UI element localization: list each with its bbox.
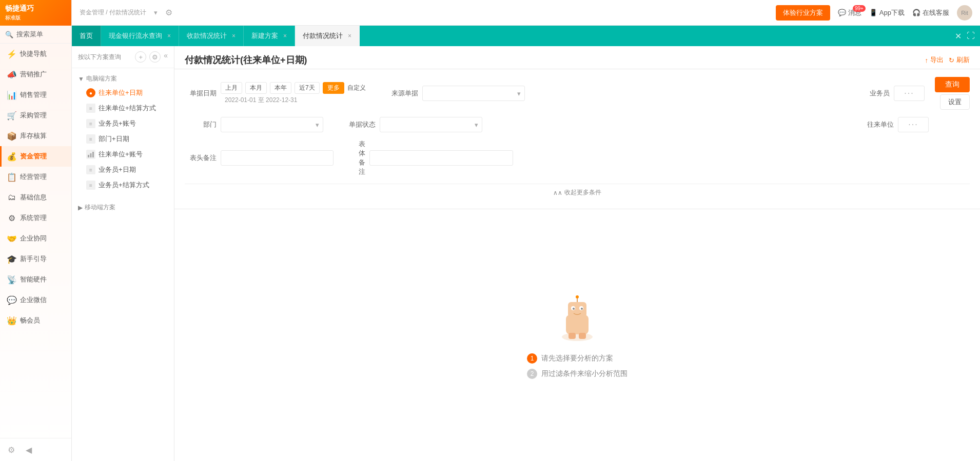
scheme-item-salesman-account[interactable]: ≡ 业务员+账号 xyxy=(72,116,174,131)
scheme-item-contact-account[interactable]: 往来单位+账号 xyxy=(72,147,174,162)
svg-rect-5 xyxy=(568,302,586,317)
search-menu[interactable]: 🔍 搜索菜单 xyxy=(0,26,71,44)
refresh-label: 刷新 xyxy=(956,55,970,65)
source-select[interactable] xyxy=(422,86,525,101)
sidebar-item-finance[interactable]: 💰 资金管理 xyxy=(0,146,71,167)
scheme-item-salesman-date[interactable]: ≡ 业务员+日期 xyxy=(72,162,174,177)
this-month-btn[interactable]: 本月 xyxy=(245,82,267,94)
svg-point-11 xyxy=(581,308,583,310)
trial-btn[interactable]: 体验行业方案 xyxy=(776,5,830,21)
topbar-settings-icon[interactable]: ⚙ xyxy=(165,8,172,17)
last-month-btn[interactable]: 上月 xyxy=(221,82,242,94)
tab-new-scheme[interactable]: 新建方案 × xyxy=(244,26,295,46)
collapse-filter-btn[interactable]: ∧∧ 收起更多条件 xyxy=(185,184,970,201)
desktop-group-title[interactable]: ▼ 电脑端方案 xyxy=(72,72,174,85)
sidebar-item-inventory[interactable]: 📦 库存核算 xyxy=(0,126,71,146)
sidebar-item-newbie[interactable]: 🎓 新手引导 xyxy=(0,249,71,269)
svg-point-7 xyxy=(576,295,579,298)
add-scheme-btn[interactable]: + xyxy=(135,51,146,63)
message-badge[interactable]: 💬 消息 99+ xyxy=(838,8,861,17)
scheme-item-contact-settle[interactable]: ≡ 往来单位+结算方式 xyxy=(72,101,174,116)
more-date-btn[interactable]: 更多 xyxy=(323,82,344,94)
svg-rect-1 xyxy=(90,153,92,157)
scheme-icon-contact-settle: ≡ xyxy=(86,104,95,113)
scheme-icon-contact-account xyxy=(86,150,95,159)
operation-icon: 📋 xyxy=(7,172,17,182)
salesman-select-btn[interactable]: ··· xyxy=(894,86,925,101)
sidebar-item-wechat[interactable]: 💬 企业微信 xyxy=(0,290,71,310)
tab-payment-stat[interactable]: 付款情况统计 × xyxy=(295,26,360,46)
scheme-item-contact-date[interactable]: ● 往来单位+日期 xyxy=(72,85,174,101)
query-area: 查询 设置 xyxy=(925,77,970,110)
tab-payment-stat-close[interactable]: × xyxy=(348,32,351,39)
sidebar-item-smart-hw[interactable]: 📡 智能硬件 xyxy=(0,269,71,290)
sidebar-item-system[interactable]: ⚙ 系统管理 xyxy=(0,208,71,228)
service-label: 在线客服 xyxy=(923,8,949,17)
svg-rect-4 xyxy=(566,315,589,334)
breadcrumb: 资金管理 / 付款情况统计 xyxy=(80,8,146,17)
scheme-item-label: 往来单位+账号 xyxy=(99,150,143,159)
app-download-link[interactable]: 📱 App下载 xyxy=(869,8,905,17)
sidebar-item-purchase[interactable]: 🛒 采购管理 xyxy=(0,105,71,126)
customer-service-link[interactable]: 🎧 在线客服 xyxy=(912,8,949,17)
refresh-btn[interactable]: ↻ 刷新 xyxy=(949,55,970,65)
sidebar-item-label: 销售管理 xyxy=(20,90,47,99)
scheme-item-label: 业务员+日期 xyxy=(99,165,136,174)
sidebar-item-sales[interactable]: 📊 销售管理 xyxy=(0,85,71,105)
quick-nav-icon: ⚡ xyxy=(7,49,17,59)
sidebar-item-label: 畅会员 xyxy=(20,316,40,325)
tab-bank-flow[interactable]: 现金银行流水查询 × xyxy=(101,26,179,46)
scheme-item-label: 业务员+结算方式 xyxy=(99,181,149,190)
sidebar-item-quick-nav[interactable]: ⚡ 快捷导航 xyxy=(0,44,71,64)
newbie-icon: 🎓 xyxy=(7,254,17,264)
empty-state: 1 请先选择要分析的方案 2 用过滤条件来缩小分析范围 xyxy=(174,209,980,461)
topbar-right: 💬 消息 99+ 📱 App下载 🎧 在线客服 Rit xyxy=(838,5,972,21)
scheme-settings-btn[interactable]: ⚙ xyxy=(149,51,161,63)
doc-status-select[interactable] xyxy=(380,117,482,132)
sidebar-item-basic[interactable]: 🗂 基础信息 xyxy=(0,187,71,208)
collapse-sidebar-btn[interactable]: ◀ xyxy=(23,444,35,456)
tab-bank-flow-label: 现金银行流水查询 xyxy=(109,31,162,41)
logo-subtitle: 标准版 xyxy=(5,14,34,22)
last-7-btn[interactable]: 近7天 xyxy=(295,82,320,94)
tab-home[interactable]: 首页 xyxy=(72,26,101,46)
scheme-item-dept-date[interactable]: ≡ 部门+日期 xyxy=(72,131,174,147)
settings-bottom-btn[interactable]: ⚙ xyxy=(5,444,17,456)
tab-new-scheme-close[interactable]: × xyxy=(283,32,287,39)
source-select-wrap xyxy=(422,86,525,101)
mobile-group-title[interactable]: ▶ 移动端方案 xyxy=(72,201,174,214)
collapse-left-panel-btn[interactable]: « xyxy=(164,51,168,63)
filter-row-2: 部门 单据状态 xyxy=(185,117,970,132)
scheme-item-salesman-settle[interactable]: ≡ 业务员+结算方式 xyxy=(72,177,174,193)
sidebar-item-marketing[interactable]: 📣 营销推广 xyxy=(0,64,71,85)
scheme-icon-salesman-settle: ≡ xyxy=(86,181,95,190)
tab-collection[interactable]: 收款情况统计 × xyxy=(179,26,244,46)
tab-collection-close[interactable]: × xyxy=(232,32,236,39)
sidebar-item-label: 企业协同 xyxy=(20,234,47,243)
this-year-btn[interactable]: 本年 xyxy=(270,82,291,94)
settings-btn[interactable]: 设置 xyxy=(940,94,970,110)
page-title: 付款情况统计(往来单位+日期) xyxy=(185,54,307,66)
sidebar-item-member[interactable]: 👑 畅会员 xyxy=(0,310,71,331)
export-btn[interactable]: ↑ 导出 xyxy=(925,55,944,65)
avatar[interactable]: Rit xyxy=(957,5,972,21)
header-note-input[interactable] xyxy=(221,150,334,166)
sidebar-item-label: 新手引导 xyxy=(20,254,47,264)
sidebar-item-operation[interactable]: 📋 经营管理 xyxy=(0,167,71,187)
dept-select[interactable] xyxy=(221,117,323,132)
sidebar-item-label: 采购管理 xyxy=(20,111,47,120)
tab-fullscreen-icon[interactable]: ⛶ xyxy=(967,31,975,41)
dept-select-wrap xyxy=(221,117,323,132)
tab-bank-flow-close[interactable]: × xyxy=(167,32,171,39)
contact-select-btn[interactable]: ··· xyxy=(898,117,929,132)
scheme-item-label: 部门+日期 xyxy=(99,134,129,144)
step-2-label: 用过滤条件来缩小分析范围 xyxy=(541,369,628,378)
contact-label: 往来单位 xyxy=(862,120,898,129)
sidebar-item-enterprise[interactable]: 🤝 企业协同 xyxy=(0,228,71,249)
query-btn[interactable]: 查询 xyxy=(935,77,970,92)
sidebar-item-label: 快捷导航 xyxy=(20,49,47,58)
body-note-input[interactable] xyxy=(369,150,513,166)
tab-close-all-icon[interactable]: ✕ xyxy=(955,31,962,41)
dropdown-icon[interactable]: ▾ xyxy=(154,9,158,16)
desktop-group-chevron: ▼ xyxy=(78,75,84,83)
